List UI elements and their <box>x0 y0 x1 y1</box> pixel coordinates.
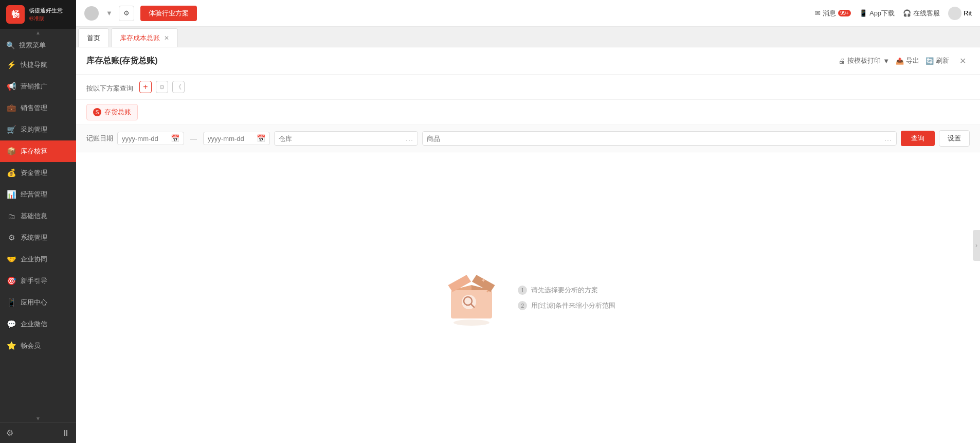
sidebar: 畅 畅捷通好生意 标准版 ▲ 🔍 搜索菜单 ⚡ 快捷导航 📢 营销推广 💼 销售… <box>0 0 76 443</box>
marketing-icon: 📢 <box>6 81 16 92</box>
purchase-icon: 🛒 <box>6 125 16 135</box>
inventory-icon: 📦 <box>6 146 16 156</box>
right-collapse-btn[interactable]: › <box>973 230 980 261</box>
tab-inventory-ledger[interactable]: 库存成本总账 ✕ <box>111 28 178 47</box>
product-input[interactable] <box>427 135 882 143</box>
wechat-icon: 💬 <box>6 319 16 329</box>
refresh-icon: 🔄 <box>925 57 934 65</box>
scheme-icon: S <box>93 108 101 116</box>
print-icon: 🖨 <box>839 57 845 65</box>
product-more-btn[interactable]: … <box>884 134 892 143</box>
filter-panel: 按以下方案查询 + ⊙ 《 <box>76 75 980 100</box>
topbar-user <box>84 6 102 21</box>
sidebar-bottom: ⚙ ⏸ <box>0 422 76 443</box>
filter-controls: + ⊙ 《 <box>139 81 970 93</box>
hint-num-1: 1 <box>518 286 527 295</box>
industry-btn[interactable]: 体验行业方案 <box>140 6 197 21</box>
page-title: 库存总账(存货总账) <box>86 56 158 66</box>
header-actions: 🖨 按模板打印 ▼ 📤 导出 🔄 刷新 ✕ <box>839 54 970 68</box>
scheme-list: S 存货总账 <box>76 100 980 125</box>
topbar-right: ✉ 消息 99+ 📱 App下载 🎧 在线客服 Rit <box>815 7 972 20</box>
page-content: 库存总账(存货总账) 🖨 按模板打印 ▼ 📤 导出 🔄 刷新 ✕ <box>76 47 980 443</box>
message-badge: 99+ <box>838 10 851 16</box>
export-btn[interactable]: 📤 导出 <box>896 56 919 65</box>
bottom-audio-btn[interactable]: ⏸ <box>62 429 70 438</box>
print-dropdown-icon: ▼ <box>883 57 890 65</box>
topbar-user-right[interactable]: Rit <box>948 7 972 20</box>
filter-clear-btn[interactable]: ⊙ <box>156 81 168 93</box>
empty-hint-1: 1 请先选择要分析的方案 <box>518 286 615 295</box>
management-icon: 📊 <box>6 189 16 200</box>
empty-state: ✦ ✦ 1 请先选择要分析的方案 2 用[过滤]条件来缩小分析范围 <box>76 152 980 443</box>
sidebar-item-management[interactable]: 📊 经营管理 <box>0 184 76 205</box>
sidebar-item-cooperation[interactable]: 🤝 企业协同 <box>0 249 76 270</box>
online-service-btn[interactable]: 🎧 在线客服 <box>903 9 940 18</box>
settings-field-btn[interactable]: 设置 <box>939 130 970 147</box>
filter-add-btn[interactable]: + <box>139 81 152 93</box>
app-center-icon: 📱 <box>6 297 16 308</box>
cooperation-icon: 🤝 <box>6 254 16 264</box>
hint-num-2: 2 <box>518 301 527 310</box>
date-label: 记账日期 <box>86 134 113 143</box>
member-icon: ⭐ <box>6 341 16 351</box>
tab-home[interactable]: 首页 <box>78 28 109 47</box>
empty-hint-2: 2 用[过滤]条件来缩小分析范围 <box>518 301 615 310</box>
export-icon: 📤 <box>896 57 904 65</box>
sales-icon: 💼 <box>6 103 16 113</box>
sidebar-item-member[interactable]: ⭐ 畅会员 <box>0 335 76 357</box>
basic-icon: 🗂 <box>6 211 16 221</box>
sidebar-item-finance[interactable]: 💰 资金管理 <box>0 162 76 184</box>
calendar-end-icon[interactable]: 📅 <box>257 134 265 143</box>
date-end-wrap: 📅 <box>203 132 270 145</box>
user-dropdown-btn[interactable]: ▼ <box>106 9 113 17</box>
warehouse-input[interactable] <box>279 135 403 143</box>
search-menu[interactable]: 🔍 搜索菜单 <box>0 37 76 54</box>
bottom-settings-btn[interactable]: ⚙ <box>6 428 13 438</box>
sidebar-item-quick-nav[interactable]: ⚡ 快捷导航 <box>0 54 76 76</box>
service-icon: 🎧 <box>903 9 911 17</box>
settings-icon: ⚙ <box>123 9 130 17</box>
warehouse-more-btn[interactable]: … <box>405 134 413 143</box>
sidebar-item-marketing[interactable]: 📢 营销推广 <box>0 76 76 97</box>
empty-text: 1 请先选择要分析的方案 2 用[过滤]条件来缩小分析范围 <box>518 286 615 310</box>
user-right-name: Rit <box>964 9 972 17</box>
user-avatar-right <box>948 7 961 20</box>
date-start-input[interactable] <box>122 135 169 143</box>
sidebar-item-guide[interactable]: 🎯 新手引导 <box>0 270 76 292</box>
date-end-input[interactable] <box>208 135 255 143</box>
svg-point-0 <box>453 320 489 326</box>
sidebar-nav: ⚡ 快捷导航 📢 营销推广 💼 销售管理 🛒 采购管理 📦 库存核算 💰 资金管… <box>0 54 76 415</box>
sidebar-item-app-center[interactable]: 📱 应用中心 <box>0 292 76 313</box>
topbar-settings-btn[interactable]: ⚙ <box>119 6 134 21</box>
sidebar-scroll-down[interactable]: ▼ <box>0 415 76 422</box>
topbar-left: ▼ ⚙ 体验行业方案 <box>84 6 815 21</box>
refresh-btn[interactable]: 🔄 刷新 <box>925 56 949 65</box>
sidebar-item-sales[interactable]: 💼 销售管理 <box>0 97 76 119</box>
query-btn[interactable]: 查询 <box>901 131 935 146</box>
app-download-btn[interactable]: 📱 App下载 <box>859 9 895 18</box>
topbar: ▼ ⚙ 体验行业方案 ✉ 消息 99+ 📱 App下载 🎧 在线客服 Rit <box>76 0 980 27</box>
filter-label: 按以下方案查询 <box>86 81 133 93</box>
calendar-start-icon[interactable]: 📅 <box>171 134 179 143</box>
sidebar-scroll-up[interactable]: ▲ <box>0 29 76 37</box>
logo-icon: 畅 <box>6 5 25 24</box>
scheme-item-inventory[interactable]: S 存货总账 <box>86 104 138 120</box>
svg-text:✦: ✦ <box>486 289 489 294</box>
main-area: ▼ ⚙ 体验行业方案 ✉ 消息 99+ 📱 App下载 🎧 在线客服 Rit <box>76 0 980 443</box>
print-btn[interactable]: 🖨 按模板打印 ▼ <box>839 56 890 65</box>
sidebar-item-system[interactable]: ⚙ 系统管理 <box>0 227 76 249</box>
finance-icon: 💰 <box>6 168 16 178</box>
tabs-bar: 首页 库存成本总账 ✕ <box>76 27 980 47</box>
sidebar-item-inventory[interactable]: 📦 库存核算 <box>0 140 76 162</box>
sidebar-item-wechat[interactable]: 💬 企业微信 <box>0 313 76 335</box>
filter-collapse-btn[interactable]: 《 <box>172 81 185 93</box>
page-header: 库存总账(存货总账) 🖨 按模板打印 ▼ 📤 导出 🔄 刷新 ✕ <box>76 47 980 75</box>
message-icon: ✉ <box>815 9 821 17</box>
message-btn[interactable]: ✉ 消息 99+ <box>815 9 851 18</box>
tab-close-btn[interactable]: ✕ <box>164 34 169 42</box>
sidebar-item-basic[interactable]: 🗂 基础信息 <box>0 205 76 227</box>
search-icon: 🔍 <box>6 41 15 49</box>
close-panel-btn[interactable]: ✕ <box>955 54 970 68</box>
sidebar-item-purchase[interactable]: 🛒 采购管理 <box>0 119 76 140</box>
product-field: … <box>422 131 897 146</box>
